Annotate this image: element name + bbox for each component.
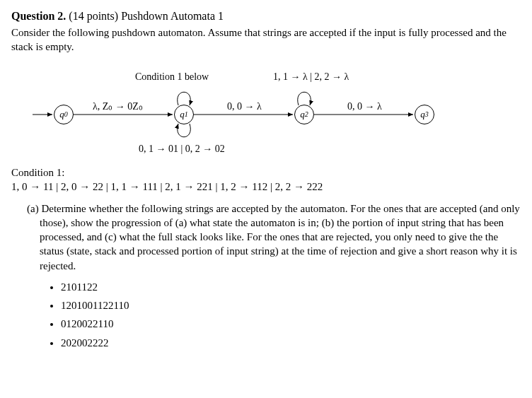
strings-list: 2101122 1201001122110 0120022110 2020022…: [61, 280, 521, 350]
edge-q2-q3-label: 0, 0 → λ: [347, 100, 382, 114]
condition-header-label: Condition 1 below: [135, 71, 209, 84]
condition-body: 1, 0 → 11 | 2, 0 → 22 | 1, 1 → 111 | 2, …: [11, 180, 521, 194]
edge-q0-q1-label: λ, Z₀ → 0Z₀: [93, 100, 143, 114]
list-item: 202002222: [61, 336, 521, 350]
state-q3: q3: [415, 105, 434, 124]
automaton-diagram: q0 q1 q2 q3 Condition 1 below 1, 1 → λ |…: [11, 58, 507, 164]
edge-q1-q2-label: 0, 0 → λ: [227, 100, 262, 114]
question-label: Question 2.: [11, 10, 66, 22]
question-header: Question 2. (14 points) Pushdown Automat…: [11, 8, 521, 24]
intro-text: Consider the following pushdown automato…: [11, 25, 521, 54]
loop-q1-bottom-label: 0, 1 → 01 | 0, 2 → 02: [139, 143, 225, 156]
loop-q2-label: 1, 1 → λ | 2, 2 → λ: [273, 71, 349, 84]
state-sub: 1: [185, 110, 188, 119]
question-points: (14 points): [69, 10, 118, 22]
list-item: 0120022110: [61, 317, 521, 331]
list-item: 2101122: [61, 280, 521, 294]
question-title: Pushdown Automata 1: [121, 10, 224, 22]
part-a-marker: (a): [27, 203, 39, 214]
list-item: 1201001122110: [61, 298, 521, 312]
condition-title: Condition 1:: [11, 165, 521, 180]
part-a-text: Determine whether the following strings …: [40, 203, 520, 271]
state-q2: q2: [294, 105, 314, 124]
state-sub: 0: [64, 110, 68, 119]
state-q0: q0: [54, 105, 74, 124]
state-sub: 2: [305, 110, 308, 119]
part-a: (a) Determine whether the following stri…: [27, 201, 521, 273]
state-q1: q1: [174, 105, 194, 124]
state-sub: 3: [425, 110, 429, 119]
